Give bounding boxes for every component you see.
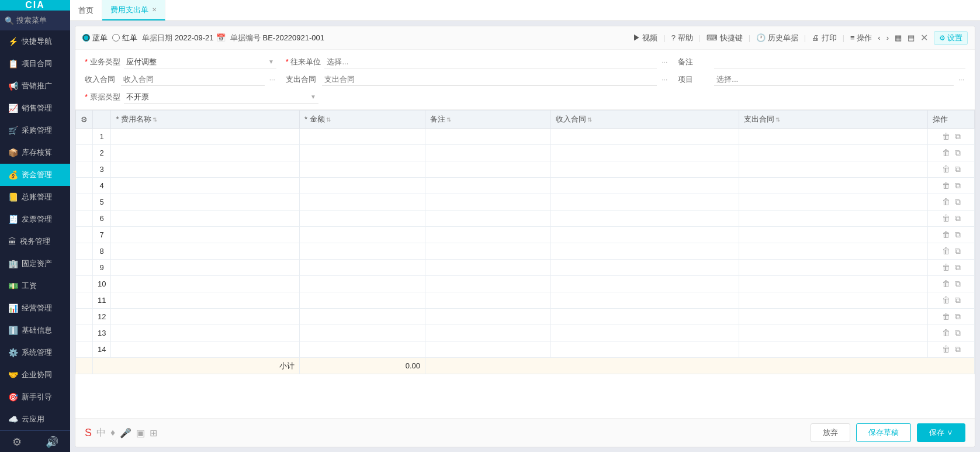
expense-name-cell[interactable] xyxy=(111,276,300,292)
expense-contract-cell[interactable] xyxy=(739,161,928,178)
amount-cell[interactable] xyxy=(299,178,425,194)
calendar-icon[interactable]: 📅 xyxy=(216,33,226,42)
copy-icon[interactable]: ⧉ xyxy=(955,181,961,191)
copy-icon[interactable]: ⧉ xyxy=(955,197,961,207)
sidebar-search[interactable]: 🔍 搜索菜单 xyxy=(0,11,70,30)
remark-cell[interactable] xyxy=(425,178,550,194)
action-operation[interactable]: ≡ 操作 xyxy=(850,33,872,43)
th-income-contract[interactable]: 收入合同 ⇅ xyxy=(550,111,739,129)
amount-cell[interactable] xyxy=(299,325,425,341)
expense-contract-cell[interactable] xyxy=(739,178,928,194)
delete-icon[interactable]: 🗑 xyxy=(942,181,950,191)
action-help[interactable]: ? 帮助 xyxy=(671,33,693,43)
copy-icon[interactable]: ⧉ xyxy=(955,148,961,158)
income-contract-input[interactable] xyxy=(121,73,265,86)
delete-icon[interactable]: 🗑 xyxy=(942,295,950,305)
sidebar-item-salary[interactable]: 💵 工资 xyxy=(0,275,70,297)
footer-icon-zh[interactable]: 中 xyxy=(96,427,106,439)
amount-cell[interactable] xyxy=(299,129,425,145)
action-grid2[interactable]: ▤ xyxy=(908,33,915,42)
income-contract-cell[interactable] xyxy=(550,325,739,341)
remark-cell[interactable] xyxy=(425,292,550,309)
partner-input[interactable] xyxy=(324,56,657,68)
sidebar-item-marketing[interactable]: 📢 营销推广 xyxy=(0,75,70,97)
income-contract-cell[interactable] xyxy=(550,276,739,292)
settings-icon[interactable]: ⚙ xyxy=(12,436,22,448)
set-button[interactable]: ⚙ 设置 xyxy=(934,31,968,45)
income-contract-cell[interactable] xyxy=(550,243,739,260)
remark-cell[interactable] xyxy=(425,161,550,178)
expense-contract-ellipsis[interactable]: ··· xyxy=(660,75,669,84)
delete-icon[interactable]: 🗑 xyxy=(942,328,950,338)
copy-icon[interactable]: ⧉ xyxy=(955,132,961,142)
sidebar-item-purchase[interactable]: 🛒 采购管理 xyxy=(0,119,70,142)
copy-icon[interactable]: ⧉ xyxy=(955,312,961,322)
sidebar-item-quick-nav[interactable]: ⚡ 快捷导航 xyxy=(0,30,70,53)
income-contract-cell[interactable] xyxy=(550,194,739,211)
delete-icon[interactable]: 🗑 xyxy=(942,246,950,256)
copy-icon[interactable]: ⧉ xyxy=(955,328,961,338)
copy-icon[interactable]: ⧉ xyxy=(955,164,961,174)
volume-icon[interactable]: 🔊 xyxy=(46,436,58,448)
expense-contract-cell[interactable] xyxy=(739,325,928,341)
sidebar-item-project-contract[interactable]: 📋 项目合同 xyxy=(0,53,70,75)
copy-icon[interactable]: ⧉ xyxy=(955,246,961,256)
business-type-select[interactable]: 应付调整 xyxy=(126,57,268,66)
delete-icon[interactable]: 🗑 xyxy=(942,213,950,223)
remark-cell[interactable] xyxy=(425,145,550,161)
amount-cell[interactable] xyxy=(299,276,425,292)
expense-name-cell[interactable] xyxy=(111,145,300,161)
delete-icon[interactable]: 🗑 xyxy=(942,230,950,240)
income-contract-cell[interactable] xyxy=(550,309,739,325)
amount-cell[interactable] xyxy=(299,341,425,358)
save-draft-button[interactable]: 保存草稿 xyxy=(856,423,911,442)
action-next[interactable]: › xyxy=(886,33,889,42)
income-contract-cell[interactable] xyxy=(550,227,739,243)
copy-icon[interactable]: ⧉ xyxy=(955,263,961,272)
footer-icon-grid[interactable]: ▣ xyxy=(136,427,145,439)
income-contract-cell[interactable] xyxy=(550,292,739,309)
delete-icon[interactable]: 🗑 xyxy=(942,312,950,322)
expense-name-cell[interactable] xyxy=(111,309,300,325)
income-contract-cell[interactable] xyxy=(550,178,739,194)
income-contract-cell[interactable] xyxy=(550,260,739,276)
date-value[interactable]: 2022-09-21 xyxy=(175,33,214,42)
th-settings[interactable]: ⚙ xyxy=(76,111,93,129)
expense-contract-cell[interactable] xyxy=(739,211,928,227)
expense-contract-input[interactable] xyxy=(322,73,657,86)
th-remark[interactable]: 备注 ⇅ xyxy=(425,111,550,129)
amount-cell[interactable] xyxy=(299,309,425,325)
action-history[interactable]: 🕐 历史单据 xyxy=(756,33,798,43)
business-type-select-wrap[interactable]: 应付调整 ▼ xyxy=(124,56,276,68)
copy-icon[interactable]: ⧉ xyxy=(955,295,961,305)
copy-icon[interactable]: ⧉ xyxy=(955,279,961,289)
remark-cell[interactable] xyxy=(425,129,550,145)
sidebar-item-tax[interactable]: 🏛 税务管理 xyxy=(0,230,70,253)
expense-name-cell[interactable] xyxy=(111,260,300,276)
remark-input[interactable] xyxy=(714,56,965,68)
tab-expense-close[interactable]: ✕ xyxy=(152,6,157,13)
sidebar-item-capital[interactable]: 💰 资金管理 xyxy=(0,164,70,186)
expense-name-cell[interactable] xyxy=(111,194,300,211)
sidebar-item-enterprise[interactable]: 🤝 企业协同 xyxy=(0,364,70,386)
expense-name-cell[interactable] xyxy=(111,161,300,178)
delete-icon[interactable]: 🗑 xyxy=(942,279,950,289)
sidebar-item-cloud[interactable]: ☁️ 云应用 xyxy=(0,408,70,430)
income-contract-cell[interactable] xyxy=(550,341,739,358)
window-close-button[interactable]: ✕ xyxy=(920,32,928,43)
delete-icon[interactable]: 🗑 xyxy=(942,148,950,158)
footer-icon-table[interactable]: ⊞ xyxy=(150,427,157,439)
remark-cell[interactable] xyxy=(425,341,550,358)
sidebar-item-ledger[interactable]: 📒 总账管理 xyxy=(0,186,70,208)
amount-cell[interactable] xyxy=(299,243,425,260)
expense-name-cell[interactable] xyxy=(111,341,300,358)
amount-cell[interactable] xyxy=(299,211,425,227)
project-ellipsis[interactable]: ··· xyxy=(957,75,965,84)
remark-cell[interactable] xyxy=(425,227,550,243)
th-expense-name[interactable]: * 费用名称 ⇅ xyxy=(111,111,300,129)
sidebar-item-newbie[interactable]: 🎯 新手引导 xyxy=(0,386,70,408)
radio-red-label[interactable]: 红单 xyxy=(112,33,137,43)
partner-ellipsis[interactable]: ··· xyxy=(660,58,669,66)
action-shortcut[interactable]: ⌨ 快捷键 xyxy=(707,33,743,43)
remark-cell[interactable] xyxy=(425,243,550,260)
